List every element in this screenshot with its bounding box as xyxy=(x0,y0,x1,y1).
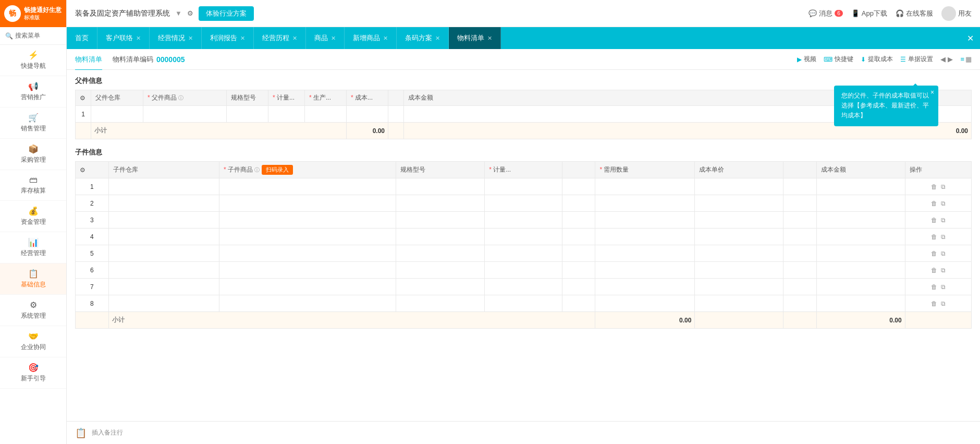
child-row-8-copy-icon[interactable]: ⧉ xyxy=(941,300,946,307)
child-row-2-qty[interactable] xyxy=(595,195,695,212)
child-row-5-price[interactable] xyxy=(695,245,783,262)
child-row-2-warehouse[interactable] xyxy=(108,195,219,212)
app-download-action[interactable]: 📱 App下载 xyxy=(851,9,887,18)
child-row-3-product[interactable] xyxy=(219,212,396,229)
child-row-5-warehouse[interactable] xyxy=(108,245,219,262)
child-row-4-delete-icon[interactable]: 🗑 xyxy=(931,233,937,241)
child-row-3-copy-icon[interactable]: ⧉ xyxy=(941,217,946,224)
child-row-4-copy-icon[interactable]: ⧉ xyxy=(941,233,946,241)
child-row-4-product[interactable] xyxy=(219,229,396,245)
child-row-5-spec[interactable] xyxy=(396,245,485,262)
tab-customer[interactable]: 客户联络 ✕ xyxy=(97,27,150,49)
sidebar-item-basic-info[interactable]: 📋 基础信息 xyxy=(0,263,66,295)
sidebar-item-purchase[interactable]: 📦 采购管理 xyxy=(0,139,66,170)
child-row-5-copy-icon[interactable]: ⧉ xyxy=(941,250,946,257)
tab-history[interactable]: 经营历程 ✕ xyxy=(254,27,306,49)
close-all-tabs[interactable]: ✕ xyxy=(961,33,980,43)
extract-cost-action[interactable]: ⬇ 提取成本 xyxy=(861,55,893,64)
message-action[interactable]: 💬 消息 6 xyxy=(808,9,843,18)
child-row-1-price[interactable] xyxy=(695,178,783,195)
sub-tab-bom-list[interactable]: 物料清单 xyxy=(75,50,102,70)
child-row-8-spec[interactable] xyxy=(396,295,485,312)
child-row-5-unit[interactable] xyxy=(485,245,562,262)
parent-th-settings[interactable]: ⚙ xyxy=(76,90,91,106)
child-row-6-qty[interactable] xyxy=(595,262,695,279)
child-row-6-unit[interactable] xyxy=(485,262,562,279)
insert-row-text[interactable]: 插入备注行 xyxy=(92,428,123,437)
next-arrow[interactable]: ▶ xyxy=(948,55,953,63)
tab-operations[interactable]: 经营情况 ✕ xyxy=(150,27,202,49)
tab-goods-close[interactable]: ✕ xyxy=(331,35,336,42)
child-row-3-spec[interactable] xyxy=(396,212,485,229)
sidebar-item-quick-nav[interactable]: ⚡ 快捷导航 xyxy=(0,45,66,76)
child-row-2-copy-icon[interactable]: ⧉ xyxy=(941,200,946,207)
child-row-2-unit[interactable] xyxy=(485,195,562,212)
child-row-8-qty[interactable] xyxy=(595,295,695,312)
child-row-3-delete-icon[interactable]: 🗑 xyxy=(931,217,937,224)
child-row-6-price[interactable] xyxy=(695,262,783,279)
sidebar-item-sales[interactable]: 🛒 销售管理 xyxy=(0,107,66,139)
child-th-settings[interactable]: ⚙ xyxy=(76,162,109,178)
child-row-2-price[interactable] xyxy=(695,195,783,212)
settings-icon[interactable]: ⚙ xyxy=(187,9,193,17)
child-row-2-spec[interactable] xyxy=(396,195,485,212)
sidebar-item-finance[interactable]: 💰 资金管理 xyxy=(0,201,66,232)
child-row-7-qty[interactable] xyxy=(595,279,695,295)
tab-profit[interactable]: 利润报告 ✕ xyxy=(202,27,254,49)
sidebar-item-sys-mgmt[interactable]: ⚙ 系统管理 xyxy=(0,295,66,326)
child-row-7-product[interactable] xyxy=(219,279,396,295)
child-row-4-qty[interactable] xyxy=(595,229,695,245)
child-row-6-spec[interactable] xyxy=(396,262,485,279)
child-row-3-warehouse[interactable] xyxy=(108,212,219,229)
child-row-3-qty[interactable] xyxy=(595,212,695,229)
sidebar-item-operations[interactable]: 📊 经营管理 xyxy=(0,232,66,263)
tab-bom-close[interactable]: ✕ xyxy=(487,35,492,42)
child-row-1-warehouse[interactable] xyxy=(108,178,219,195)
search-menu[interactable]: 🔍 搜索菜单 xyxy=(0,27,66,45)
tab-new-goods[interactable]: 新增商品 ✕ xyxy=(345,27,397,49)
prev-arrow[interactable]: ◀ xyxy=(940,55,946,63)
child-row-4-price[interactable] xyxy=(695,229,783,245)
child-row-5-product[interactable] xyxy=(219,245,396,262)
child-row-6-copy-icon[interactable]: ⧉ xyxy=(941,267,946,274)
child-row-8-product[interactable] xyxy=(219,295,396,312)
child-row-5-qty[interactable] xyxy=(595,245,695,262)
sidebar-item-guide[interactable]: 🎯 新手引导 xyxy=(0,357,66,389)
child-row-1-delete-icon[interactable]: 🗑 xyxy=(931,183,937,190)
child-row-7-price[interactable] xyxy=(695,279,783,295)
child-row-7-warehouse[interactable] xyxy=(108,279,219,295)
child-row-4-spec[interactable] xyxy=(396,229,485,245)
child-row-2-delete-icon[interactable]: 🗑 xyxy=(931,200,937,207)
parent-row-1-unit[interactable] xyxy=(268,106,305,123)
child-row-1-spec[interactable] xyxy=(396,178,485,195)
parent-row-1-spec[interactable] xyxy=(227,106,268,123)
tooltip-close-btn[interactable]: × xyxy=(930,88,934,98)
shortcut-action[interactable]: ⌨ 快捷键 xyxy=(824,55,853,64)
child-row-7-delete-icon[interactable]: 🗑 xyxy=(931,283,937,291)
tab-bom[interactable]: 物料清单 ✕ xyxy=(449,27,501,49)
child-row-3-price[interactable] xyxy=(695,212,783,229)
single-settings-action[interactable]: ☰ 单据设置 xyxy=(900,55,933,64)
list-view-icon[interactable]: ≡ xyxy=(960,55,964,63)
tab-barcode-close[interactable]: ✕ xyxy=(435,35,440,42)
tab-goods[interactable]: 商品 ✕ xyxy=(306,27,345,49)
parent-row-1-prod[interactable] xyxy=(305,106,347,123)
parent-row-1-product[interactable] xyxy=(143,106,227,123)
sub-tab-bom-code[interactable]: 物料清单编码 0000005 xyxy=(113,50,185,69)
child-row-6-warehouse[interactable] xyxy=(108,262,219,279)
view-action[interactable]: ▶ 视频 xyxy=(797,55,816,64)
scan-button[interactable]: 扫码录入 xyxy=(262,165,293,175)
user-action[interactable]: 用友 xyxy=(941,6,972,21)
sidebar-item-marketing[interactable]: 📢 营销推广 xyxy=(0,76,66,107)
tab-profit-close[interactable]: ✕ xyxy=(240,35,245,42)
child-row-8-delete-icon[interactable]: 🗑 xyxy=(931,300,937,307)
child-row-7-spec[interactable] xyxy=(396,279,485,295)
child-row-1-qty[interactable] xyxy=(595,178,695,195)
tab-history-close[interactable]: ✕ xyxy=(292,35,297,42)
child-row-5-delete-icon[interactable]: 🗑 xyxy=(931,250,937,257)
trial-button[interactable]: 体验行业方案 xyxy=(199,6,254,21)
grid-view-icon[interactable]: ▦ xyxy=(965,55,972,63)
sidebar-item-inventory[interactable]: 🗃 库存核算 xyxy=(0,170,66,201)
child-row-7-copy-icon[interactable]: ⧉ xyxy=(941,283,946,291)
tab-customer-close[interactable]: ✕ xyxy=(136,35,141,42)
